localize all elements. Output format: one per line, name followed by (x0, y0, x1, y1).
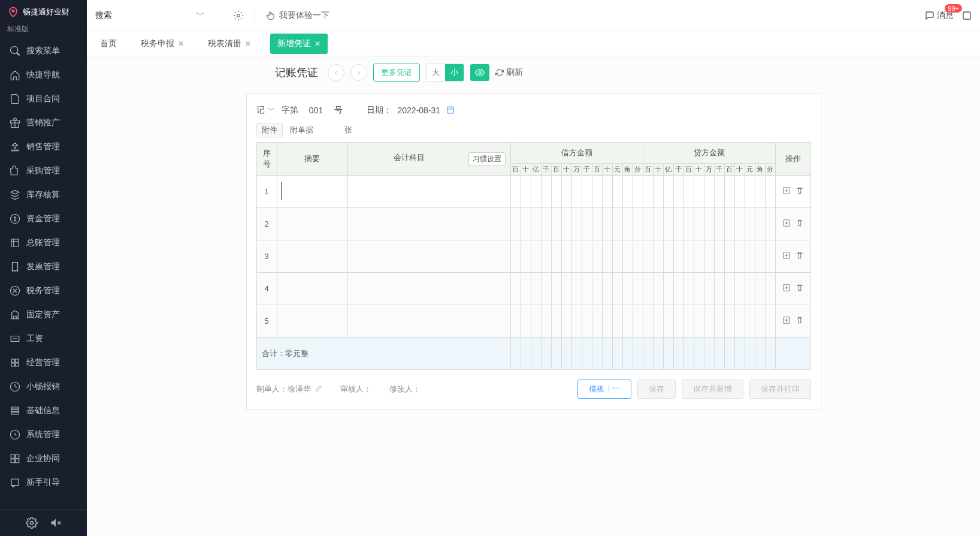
amount-digit[interactable] (724, 305, 734, 338)
template-button[interactable]: 模板 ﹀ (577, 380, 631, 399)
add-row-icon[interactable] (782, 186, 791, 197)
amount-digit[interactable] (643, 208, 653, 240)
amount-digit[interactable] (734, 273, 745, 305)
gear-icon[interactable] (233, 10, 244, 21)
amount-digit[interactable] (531, 305, 541, 338)
chevron-down-icon[interactable]: ﹀ (196, 9, 205, 22)
sidebar-item-tax[interactable]: 税务管理 (0, 279, 87, 303)
amount-digit[interactable] (531, 208, 541, 240)
sidebar-item-stack[interactable]: 库存核算 (0, 183, 87, 207)
amount-digit[interactable] (633, 240, 643, 273)
sidebar-item-salary[interactable]: 工资 (0, 327, 87, 351)
amount-digit[interactable] (582, 273, 592, 305)
sidebar-item-doc[interactable]: 项目合同 (0, 87, 87, 111)
date-input[interactable]: 2022-08-31 (398, 106, 441, 115)
amount-digit[interactable] (510, 305, 521, 338)
amount-digit[interactable] (683, 240, 694, 273)
amount-digit[interactable] (683, 273, 694, 305)
amount-digit[interactable] (633, 176, 643, 208)
amount-digit[interactable] (521, 208, 531, 240)
amount-digit[interactable] (622, 305, 633, 338)
amount-digit[interactable] (663, 240, 673, 273)
amount-digit[interactable] (673, 208, 683, 240)
edit-icon[interactable] (315, 385, 322, 392)
amount-digit[interactable] (765, 176, 775, 208)
amount-digit[interactable] (633, 305, 643, 338)
amount-digit[interactable] (510, 176, 521, 208)
subject-cell[interactable] (347, 240, 510, 273)
close-icon[interactable]: ✕ (314, 40, 320, 48)
amount-digit[interactable] (592, 273, 602, 305)
amount-digit[interactable] (602, 305, 612, 338)
subject-cell[interactable] (347, 208, 510, 240)
sidebar-item-gift[interactable]: 营销推广 (0, 111, 87, 135)
amount-digit[interactable] (745, 208, 755, 240)
amount-digit[interactable] (582, 208, 592, 240)
close-icon[interactable]: ✕ (245, 40, 251, 48)
amount-digit[interactable] (622, 273, 633, 305)
amount-digit[interactable] (683, 176, 694, 208)
amount-digit[interactable] (724, 240, 734, 273)
amount-digit[interactable] (663, 305, 673, 338)
amount-digit[interactable] (571, 240, 582, 273)
save-print-button[interactable]: 保存并打印 (749, 380, 811, 399)
amount-digit[interactable] (633, 208, 643, 240)
amount-digit[interactable] (521, 176, 531, 208)
amount-digit[interactable] (673, 273, 683, 305)
amount-digit[interactable] (571, 176, 582, 208)
attachment-chip[interactable]: 附件 (256, 123, 283, 137)
delete-row-icon[interactable] (796, 251, 804, 261)
save-new-button[interactable]: 保存并新增 (682, 380, 743, 399)
sidebar-item-money[interactable]: 资金管理 (0, 207, 87, 231)
amount-digit[interactable] (755, 176, 765, 208)
sidebar-item-asset[interactable]: 固定资产 (0, 303, 87, 327)
sidebar-item-menu-search[interactable]: 搜索菜单 (0, 39, 87, 63)
amount-digit[interactable] (653, 176, 663, 208)
amount-digit[interactable] (582, 305, 592, 338)
sidebar-item-invoice[interactable]: 发票管理 (0, 255, 87, 279)
amount-digit[interactable] (561, 208, 571, 240)
amount-digit[interactable] (602, 176, 612, 208)
amount-digit[interactable] (612, 208, 622, 240)
amount-digit[interactable] (551, 176, 561, 208)
amount-digit[interactable] (724, 208, 734, 240)
size-small-button[interactable]: 小 (445, 64, 464, 81)
amount-digit[interactable] (633, 273, 643, 305)
amount-digit[interactable] (683, 305, 694, 338)
amount-digit[interactable] (582, 176, 592, 208)
amount-digit[interactable] (765, 305, 775, 338)
amount-digit[interactable] (571, 273, 582, 305)
amount-digit[interactable] (755, 240, 765, 273)
prev-button[interactable]: ‹ (328, 64, 344, 81)
amount-digit[interactable] (734, 208, 745, 240)
amount-digit[interactable] (592, 240, 602, 273)
message-button[interactable]: 消息 99+ (925, 10, 954, 21)
amount-digit[interactable] (714, 305, 724, 338)
amount-digit[interactable] (541, 305, 551, 338)
expand-icon[interactable] (962, 11, 972, 20)
amount-digit[interactable] (521, 305, 531, 338)
next-button[interactable]: › (350, 64, 367, 81)
delete-row-icon[interactable] (796, 284, 804, 294)
sidebar-item-collab[interactable]: 企业协同 (0, 447, 87, 471)
amount-digit[interactable] (510, 240, 521, 273)
amount-digit[interactable] (734, 240, 745, 273)
amount-digit[interactable] (714, 176, 724, 208)
tab-税表清册[interactable]: 税表清册✕ (203, 32, 256, 55)
amount-digit[interactable] (724, 273, 734, 305)
subject-cell[interactable] (347, 305, 510, 338)
subject-cell[interactable] (347, 273, 510, 305)
amount-digit[interactable] (745, 176, 755, 208)
amount-digit[interactable] (694, 240, 704, 273)
amount-digit[interactable] (582, 240, 592, 273)
amount-digit[interactable] (612, 240, 622, 273)
search-input[interactable] (95, 11, 191, 20)
amount-digit[interactable] (734, 176, 745, 208)
amount-digit[interactable] (653, 208, 663, 240)
amount-digit[interactable] (663, 273, 673, 305)
amount-digit[interactable] (745, 240, 755, 273)
delete-row-icon[interactable] (796, 186, 804, 197)
amount-digit[interactable] (551, 240, 561, 273)
amount-digit[interactable] (653, 240, 663, 273)
delete-row-icon[interactable] (796, 219, 804, 229)
